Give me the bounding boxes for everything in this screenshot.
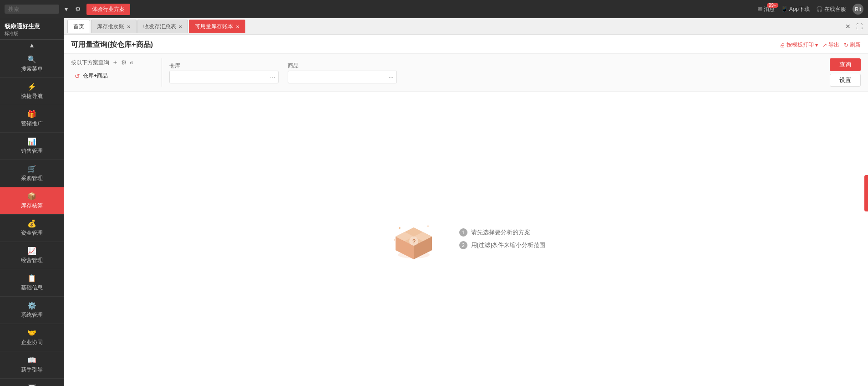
app-name: 畅康通好生意: [5, 23, 59, 31]
tab-close-all-btn[interactable]: ✕: [843, 22, 853, 31]
goods-input[interactable]: [291, 74, 388, 80]
tab-expand-btn[interactable]: ⛶: [854, 22, 864, 31]
bar-chart-icon: 📈: [27, 247, 36, 255]
sidebar-item-inventory[interactable]: 📦 库存核算: [0, 187, 64, 215]
printer-icon: 🖨: [780, 42, 785, 48]
sidebar-item-basic[interactable]: 📋 基础信息: [0, 269, 64, 297]
sidebar-item-purchase[interactable]: 🛒 采购管理: [0, 160, 64, 187]
print-dropdown-icon: ▾: [815, 42, 818, 48]
sidebar-item-label: 企业协同: [21, 339, 43, 346]
message-icon: ✉: [758, 6, 762, 12]
empty-illustration: ? ✦ ✦ ✦: [386, 211, 441, 266]
goods-label: 商品: [288, 62, 397, 70]
svg-text:✦: ✦: [426, 224, 430, 228]
sidebar-item-label: 营销推广: [21, 120, 43, 128]
tab-actions: ✕ ⛶: [843, 22, 864, 31]
setting-button[interactable]: 设置: [830, 74, 861, 87]
sidebar-item-apps[interactable]: 🔲 应用中心: [0, 379, 64, 386]
empty-state: ? ✦ ✦ ✦ 1 请先选择要分析的方案 2 用[过滤]条件来缩小分析范围: [64, 92, 868, 386]
tab-home[interactable]: 首页: [67, 20, 90, 33]
gift-icon: 🎁: [27, 110, 36, 118]
sidebar-item-shortcut[interactable]: ⚡ 快捷导航: [0, 78, 64, 105]
sidebar-scroll-up-btn[interactable]: ▲: [0, 40, 64, 51]
query-button[interactable]: 查询: [830, 58, 861, 71]
right-scroll-indicator: [864, 175, 868, 211]
book-icon: 📖: [27, 356, 36, 365]
avatar[interactable]: Rit: [853, 4, 863, 15]
warehouse-input[interactable]: [173, 74, 270, 80]
scheme-title: 按以下方案查询: [71, 59, 109, 67]
filter-field-goods: 商品 ···: [288, 62, 397, 83]
app-edition: 标准版: [5, 31, 59, 36]
export-button[interactable]: ↗ 导出: [822, 41, 839, 49]
scheme-header: 按以下方案查询 ＋ ⚙ «: [71, 58, 157, 67]
tab-available[interactable]: 可用量库存账本 ×: [189, 20, 245, 33]
manage-scheme-btn[interactable]: ⚙: [121, 59, 127, 66]
empty-tip-2: 2 用[过滤]条件来缩小分析范围: [459, 241, 545, 249]
shortcut-icon: ⚡: [27, 82, 36, 91]
trial-button[interactable]: 体验行业方案: [86, 4, 130, 15]
sidebar-item-sales[interactable]: 📊 销售管理: [0, 133, 64, 160]
search-menu-icon: 🔍: [27, 55, 36, 64]
tab-summary-close[interactable]: ×: [179, 24, 183, 30]
tip1-num: 1: [459, 228, 467, 237]
sidebar-item-enterprise[interactable]: 🤝 企业协同: [0, 324, 64, 351]
sidebar-item-label: 快捷导航: [21, 93, 43, 100]
sidebar-item-system[interactable]: ⚙️ 系统管理: [0, 297, 64, 324]
refresh-button[interactable]: ↻ 刷新: [844, 41, 861, 49]
add-scheme-btn[interactable]: ＋: [112, 58, 118, 67]
empty-tip-1: 1 请先选择要分析的方案: [459, 228, 545, 237]
tab-batch-close[interactable]: ×: [127, 24, 131, 30]
top-bar-left: ▾ ⚙ 体验行业方案: [5, 4, 754, 15]
sidebar-item-marketing[interactable]: 🎁 营销推广: [0, 105, 64, 133]
sidebar-item-finance[interactable]: 💰 资金管理: [0, 215, 64, 242]
sidebar-item-label: 新手引导: [21, 366, 43, 374]
refresh-icon: ↻: [844, 42, 848, 48]
sidebar-item-label: 经营管理: [21, 257, 43, 264]
page-content: 可用量查询(按仓库+商品) 🖨 按模板打印 ▾ ↗ 导出 ↻ 刷新: [64, 35, 868, 386]
message-button[interactable]: ✉ 消息 99+: [758, 5, 775, 13]
query-right-actions: 查询 设置: [825, 58, 861, 87]
tab-batch-label: 库存批次账: [97, 23, 124, 31]
collapse-scheme-btn[interactable]: «: [130, 59, 133, 66]
tab-summary[interactable]: 收发存汇总表 ×: [137, 20, 188, 33]
scheme-item-label: 仓库+商品: [83, 72, 108, 80]
cart-icon: 🛒: [27, 165, 36, 173]
sidebar: 畅康通好生意 标准版 ▲ 🔍 搜索菜单 ⚡ 快捷导航 🎁 营销推广 📊 销售管理…: [0, 18, 64, 386]
tab-home-label: 首页: [73, 23, 84, 31]
warehouse-input-wrap: ···: [169, 71, 279, 83]
page-header: 可用量查询(按仓库+商品) 🖨 按模板打印 ▾ ↗ 导出 ↻ 刷新: [64, 35, 868, 54]
svg-text:✦: ✦: [398, 226, 401, 231]
tab-summary-label: 收发存汇总表: [143, 23, 176, 31]
tip2-num: 2: [459, 241, 467, 249]
sidebar-item-operation[interactable]: 📈 经营管理: [0, 242, 64, 269]
sidebar-item-label: 采购管理: [21, 175, 43, 182]
tab-available-close[interactable]: ×: [236, 24, 239, 30]
sidebar-item-newbie[interactable]: 📖 新手引导: [0, 351, 64, 379]
dropdown-btn[interactable]: ▾: [63, 5, 70, 14]
print-label: 按模板打印: [787, 41, 814, 49]
online-service-label: 在线客服: [824, 5, 846, 13]
apps-icon: 🔲: [27, 383, 36, 386]
settings-gear-icon[interactable]: ⚙: [73, 5, 83, 14]
scheme-item-warehouse-goods[interactable]: ↺ 仓库+商品: [71, 70, 157, 82]
export-icon: ↗: [822, 42, 827, 48]
tab-bar: 首页 库存批次账 × 收发存汇总表 × 可用量库存账本 × ✕ ⛶: [64, 18, 868, 35]
tab-batch[interactable]: 库存批次账 ×: [91, 20, 137, 33]
tip2-text: 用[过滤]条件来缩小分析范围: [471, 241, 545, 249]
app-download-button[interactable]: 📱 App下载: [781, 5, 810, 13]
main-layout: 畅康通好生意 标准版 ▲ 🔍 搜索菜单 ⚡ 快捷导航 🎁 营销推广 📊 销售管理…: [0, 18, 868, 386]
tab-available-label: 可用量库存账本: [195, 23, 233, 31]
svg-text:?: ?: [412, 238, 416, 245]
scheme-panel: 按以下方案查询 ＋ ⚙ « ↺ 仓库+商品: [71, 58, 162, 87]
online-service-button[interactable]: 🎧 在线客服: [816, 5, 846, 13]
scheme-item-icon: ↺: [75, 72, 80, 80]
print-button[interactable]: 🖨 按模板打印 ▾: [780, 41, 818, 49]
app-download-label: App下载: [789, 5, 810, 13]
goods-more-btn[interactable]: ···: [388, 73, 394, 81]
sidebar-item-label: 基础信息: [21, 284, 43, 292]
sidebar-item-search[interactable]: 🔍 搜索菜单: [0, 51, 64, 78]
top-bar-right: ✉ 消息 99+ 📱 App下载 🎧 在线客服 Rit: [758, 4, 863, 15]
warehouse-more-btn[interactable]: ···: [270, 73, 275, 81]
search-input[interactable]: [5, 5, 59, 14]
